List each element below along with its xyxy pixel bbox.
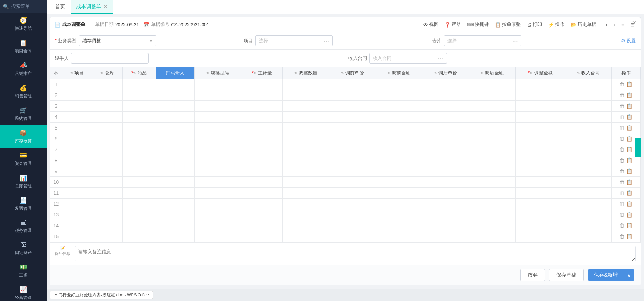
row-cell[interactable]: [376, 133, 422, 144]
tab-close-icon[interactable]: ✕: [104, 4, 107, 9]
row-cell[interactable]: [376, 79, 422, 90]
row-cell[interactable]: [62, 188, 92, 199]
row-cell[interactable]: [422, 231, 469, 242]
nav-next-button[interactable]: ›: [612, 21, 617, 28]
row-cell[interactable]: [515, 188, 565, 199]
row-cell[interactable]: [194, 166, 241, 177]
row-cell[interactable]: [376, 123, 422, 133]
row-cell[interactable]: [62, 112, 92, 123]
row-cell[interactable]: [565, 133, 612, 144]
row-cell[interactable]: [515, 144, 565, 155]
row-cell[interactable]: [515, 209, 565, 220]
tab-cost-adjust[interactable]: 成本调整单 ✕: [71, 0, 113, 14]
handler-input[interactable]: ···: [71, 53, 149, 64]
row-cell[interactable]: [515, 112, 565, 123]
sidebar-item-ledger[interactable]: 📊 总账管理: [0, 170, 47, 193]
col-scan[interactable]: 扫码录入: [156, 67, 194, 79]
taskbar-wps-item[interactable]: 木门行业好业财处理方案-墨红红.doc - WPS Office: [50, 291, 153, 299]
delete-icon[interactable]: 🗑: [620, 190, 625, 196]
row-cell[interactable]: [422, 166, 469, 177]
row-cell[interactable]: [469, 199, 515, 209]
help-button[interactable]: ❓ 帮助: [443, 21, 462, 29]
history-button[interactable]: 📂 历史单据: [569, 21, 598, 29]
row-cell[interactable]: [469, 177, 515, 188]
row-cell[interactable]: [282, 79, 329, 90]
row-cell[interactable]: [62, 101, 92, 112]
row-cell[interactable]: [329, 144, 376, 155]
copy-icon[interactable]: 📋: [626, 157, 632, 163]
row-cell[interactable]: [156, 90, 194, 101]
copy-icon[interactable]: 📋: [626, 81, 632, 87]
row-cell[interactable]: [62, 123, 92, 133]
copy-icon[interactable]: 📋: [626, 125, 632, 131]
row-cell[interactable]: [282, 231, 329, 242]
row-cell[interactable]: [422, 220, 469, 231]
row-cell[interactable]: [92, 123, 122, 133]
row-cell[interactable]: [92, 101, 122, 112]
row-cell[interactable]: [194, 90, 241, 101]
by-order-button[interactable]: 📋 按单原整: [493, 21, 522, 29]
row-cell[interactable]: [122, 177, 156, 188]
row-cell[interactable]: [156, 199, 194, 209]
row-cell[interactable]: [469, 101, 515, 112]
row-cell[interactable]: [422, 133, 469, 144]
row-cell[interactable]: [241, 166, 282, 177]
row-cell[interactable]: [515, 90, 565, 101]
project-input[interactable]: 选择... ···: [255, 35, 333, 46]
row-cell[interactable]: [194, 155, 241, 166]
green-badge[interactable]: [635, 138, 641, 157]
row-cell[interactable]: [241, 133, 282, 144]
copy-icon[interactable]: 📋: [626, 147, 632, 152]
row-cell[interactable]: [329, 177, 376, 188]
row-cell[interactable]: [194, 123, 241, 133]
row-cell[interactable]: [122, 220, 156, 231]
row-cell[interactable]: [92, 144, 122, 155]
row-cell[interactable]: [565, 231, 612, 242]
row-cell[interactable]: [241, 188, 282, 199]
row-cell[interactable]: [565, 101, 612, 112]
copy-icon[interactable]: 📋: [626, 92, 632, 98]
row-cell[interactable]: [122, 101, 156, 112]
row-cell[interactable]: [565, 144, 612, 155]
row-cell[interactable]: [329, 188, 376, 199]
row-cell[interactable]: [469, 166, 515, 177]
row-cell[interactable]: [241, 79, 282, 90]
row-cell[interactable]: [62, 231, 92, 242]
row-cell[interactable]: [122, 155, 156, 166]
row-cell[interactable]: [62, 199, 92, 209]
row-cell[interactable]: [282, 166, 329, 177]
row-cell[interactable]: [329, 133, 376, 144]
row-cell[interactable]: [376, 188, 422, 199]
row-cell[interactable]: [282, 188, 329, 199]
row-cell[interactable]: [92, 188, 122, 199]
row-cell[interactable]: [282, 199, 329, 209]
row-cell[interactable]: [422, 177, 469, 188]
hotkey-button[interactable]: ⌨ 快捷键: [466, 21, 490, 29]
row-cell[interactable]: [156, 123, 194, 133]
delete-icon[interactable]: 🗑: [620, 212, 625, 218]
copy-icon[interactable]: 📋: [626, 212, 632, 218]
copy-icon[interactable]: 📋: [626, 234, 632, 239]
row-cell[interactable]: [376, 101, 422, 112]
business-type-input[interactable]: 结存调整 ▼: [79, 35, 156, 46]
row-cell[interactable]: [122, 231, 156, 242]
row-cell[interactable]: [329, 112, 376, 123]
row-cell[interactable]: [376, 112, 422, 123]
row-cell[interactable]: [62, 166, 92, 177]
row-cell[interactable]: [122, 188, 156, 199]
row-cell[interactable]: [515, 123, 565, 133]
row-cell[interactable]: [329, 220, 376, 231]
copy-icon[interactable]: 📋: [626, 179, 632, 185]
row-cell[interactable]: [241, 231, 282, 242]
delete-icon[interactable]: 🗑: [620, 114, 625, 120]
sidebar-item-finance[interactable]: 💳 资金管理: [0, 148, 47, 170]
save-new-button[interactable]: 保存&新增: [588, 269, 624, 281]
view-button[interactable]: 👁 视图: [422, 21, 440, 29]
row-cell[interactable]: [194, 199, 241, 209]
settings-button[interactable]: ⚙ 设置: [621, 38, 636, 44]
row-cell[interactable]: [376, 155, 422, 166]
row-cell[interactable]: [282, 155, 329, 166]
row-cell[interactable]: [565, 112, 612, 123]
row-cell[interactable]: [62, 177, 92, 188]
sidebar-item-project[interactable]: 📋 项目合同: [0, 35, 47, 58]
